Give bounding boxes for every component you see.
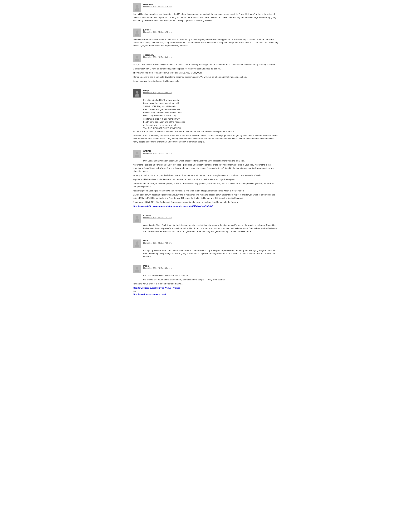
comment-body: Off topic question – what does one do wh…: [143, 249, 278, 258]
comment-body: I am still looking for a place to reloca…: [133, 13, 278, 22]
comment-header: ChasD3 November 30th, 2010 at 7:03 pm: [133, 214, 278, 223]
comment-meta: H8TheFed November 30th, 2010 at 4:38 pm: [143, 3, 172, 8]
svg-point-7: [135, 94, 139, 96]
comment-date: November 30th, 2010 at 5:48 pm: [143, 56, 172, 58]
comment-header: Manni November 30th, 2010 at 8:24 pm: [133, 265, 278, 273]
comment-author: Help: [143, 239, 172, 242]
standalone-paragraph: Sometimes you have to destroy it all to …: [133, 79, 278, 83]
comment-block: Gary2 November 30th, 2010 at 6:54 pm If …: [133, 89, 278, 146]
standalone-paragraph: aspartic acid is harmless; it's broken d…: [133, 178, 278, 181]
and-text: and: [133, 290, 136, 292]
comment-text: I echo what Richard Swank wrote. In fact…: [133, 38, 278, 48]
comment-header: jLouise November 30th, 2010 at 5:12 pm: [133, 28, 278, 37]
comment-author: SARAH: [143, 150, 172, 152]
svg-point-6: [136, 91, 138, 94]
avatar: [133, 54, 141, 62]
comment-meta: Manni November 30th, 2010 at 8:24 pm: [143, 265, 172, 269]
comment-block: H8TheFed November 30th, 2010 at 4:38 pm …: [133, 3, 278, 25]
avatar: [133, 28, 141, 37]
comment-block: jLouise November 30th, 2010 at 5:12 pm I…: [133, 28, 278, 50]
standalone-paragraph: Read more at Suite101: Diet Sodas and Ca…: [133, 200, 278, 204]
comment-author: ChasD3: [143, 214, 172, 217]
svg-point-13: [135, 244, 139, 247]
comment-text: I am still looking for a place to reloca…: [133, 13, 278, 22]
svg-point-9: [135, 155, 139, 157]
comment-date: November 30th, 2010 at 4:38 pm: [143, 6, 172, 8]
comment-body: Well, the way I see it the whole system …: [133, 63, 278, 66]
comment-body: I echo what Richard Swank wrote. In fact…: [133, 38, 278, 48]
comment-block: Manni November 30th, 2010 at 8:24 pm our…: [133, 265, 278, 298]
comment-text: If a billionaire had 95 % of their asset…: [143, 98, 278, 130]
svg-point-4: [136, 56, 138, 58]
svg-point-2: [136, 30, 138, 33]
avatar: [133, 239, 141, 248]
standalone-paragraph: I saw on TV that in Kentucky there was a…: [133, 134, 278, 143]
comment-body: According to Glenn Beck it may be too la…: [143, 224, 278, 233]
svg-point-11: [135, 219, 139, 222]
avatar: [133, 89, 141, 97]
comment-block: ChasD3 November 30th, 2010 at 7:03 pm Ac…: [133, 214, 278, 236]
comments-container: H8TheFed November 30th, 2010 at 4:38 pm …: [133, 3, 278, 298]
comment-header: Help November 30th, 2010 at 7:06 pm: [133, 239, 278, 248]
comment-header: onecansay November 30th, 2010 at 5:48 pm: [133, 54, 278, 62]
svg-point-8: [136, 152, 138, 154]
suite101-link[interactable]: http://www.suite101.com/content/diet-sod…: [133, 205, 213, 208]
standalone-paragraph: phenylalanine, an allergen to some peopl…: [133, 182, 278, 188]
comment-author: Manni: [143, 265, 172, 267]
svg-point-14: [136, 266, 138, 269]
comment-block: Help November 30th, 2010 at 7:06 pm Off …: [133, 239, 278, 261]
comment-text: Diet Sodas usually contain aspartame whi…: [143, 159, 278, 162]
comment-meta: onecansay November 30th, 2010 at 5:48 pm: [143, 54, 172, 58]
standalone-paragraph: They have done there job and continue to…: [133, 71, 278, 75]
comment-author: H8TheFed: [143, 3, 172, 6]
standalone-paragraph: Unfortunately TPTB have all contingency …: [133, 67, 278, 70]
comment-author: onecansay: [143, 54, 172, 56]
standalone-paragraph: methanol (wood alcohol) is broken down i…: [133, 189, 278, 192]
comment-date: November 30th, 2010 at 5:12 pm: [143, 31, 172, 33]
comment-text: Well, the way I see it the whole system …: [133, 63, 278, 66]
standalone-paragraph: I for one desire to see a complete devas…: [133, 76, 278, 79]
venus-project-links: http://en.wikipedia.org/wiki/The_Venus_P…: [133, 286, 278, 296]
comment-author: jLouise: [143, 28, 172, 31]
comment-meta: jLouise November 30th, 2010 at 5:12 pm: [143, 28, 172, 33]
avatar: [133, 3, 141, 12]
comment-block: onecansay November 30th, 2010 at 5:48 pm…: [133, 54, 278, 85]
comment-author: Gary2: [143, 89, 172, 92]
comment-block: SARAH November 30th, 2010 at 7:00 pm Die…: [133, 150, 278, 210]
comment-body: our profit oriented society creates this…: [143, 274, 278, 281]
svg-point-5: [135, 58, 139, 61]
venus-project-wikipedia-link[interactable]: http://en.wikipedia.org/wiki/The_Venus_P…: [133, 287, 180, 289]
comment-meta: ChasD3 November 30th, 2010 at 7:03 pm: [143, 214, 172, 219]
suite101-link-line: http://www.suite101.com/content/diet-sod…: [133, 205, 278, 208]
comment-text: According to Glenn Beck it may be too la…: [143, 224, 278, 233]
comment-date: November 30th, 2010 at 8:24 pm: [143, 267, 172, 269]
comment-text: our profit oriented society creates this…: [143, 274, 278, 277]
svg-point-15: [135, 269, 139, 272]
comment-date: November 30th, 2010 at 7:06 pm: [143, 242, 172, 244]
comment-meta: Gary2 November 30th, 2010 at 6:54 pm: [143, 89, 172, 94]
comment-body: Diet Sodas usually contain aspartame whi…: [143, 159, 278, 162]
comment-header: Gary2 November 30th, 2010 at 6:54 pm: [133, 89, 278, 97]
standalone-paragraph: As this article proves- I am correct. We…: [133, 130, 278, 133]
standalone-paragraph: I think the venus project is a much bett…: [133, 282, 278, 285]
comment-date: November 30th, 2010 at 6:54 pm: [143, 92, 172, 94]
comment-date: November 30th, 2010 at 7:03 pm: [143, 217, 172, 219]
svg-point-10: [136, 216, 138, 219]
avatar: [133, 214, 141, 223]
venus-project-website-link[interactable]: http://www.thevenusproject.com/: [133, 293, 166, 295]
comment-text: the effects are, abuse of the environmen…: [143, 278, 278, 281]
svg-point-12: [136, 241, 138, 244]
standalone-paragraph: Aspartame—just the amount in one can of …: [133, 163, 278, 173]
standalone-paragraph: Each diet soda with aspartame produces a…: [133, 193, 278, 200]
avatar: [133, 150, 141, 158]
comment-meta: Help November 30th, 2010 at 7:06 pm: [143, 239, 172, 244]
comment-text: Off topic question – what does one do wh…: [143, 249, 278, 258]
comment-header: H8TheFed November 30th, 2010 at 4:38 pm: [133, 3, 278, 12]
comment-date: November 30th, 2010 at 7:00 pm: [143, 152, 172, 154]
svg-point-1: [135, 8, 139, 11]
comment-header: SARAH November 30th, 2010 at 7:00 pm: [133, 150, 278, 158]
svg-point-3: [135, 33, 139, 36]
comment-body: If a billionaire had 95 % of their asset…: [143, 98, 278, 130]
svg-point-0: [136, 5, 138, 8]
avatar: [133, 265, 141, 273]
